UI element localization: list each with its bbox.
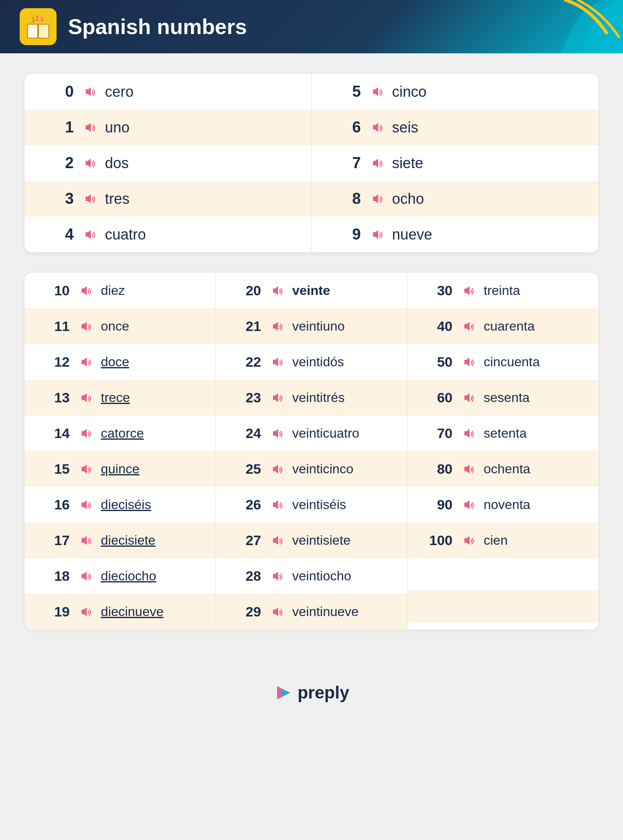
word-cell: diecisiete: [101, 533, 155, 548]
table-row: 22 veintidós: [216, 344, 407, 380]
sound-icon[interactable]: [369, 83, 384, 100]
number-cell: 24: [232, 425, 261, 441]
number-cell: 12: [41, 354, 70, 370]
sound-icon[interactable]: [82, 83, 97, 100]
sound-icon[interactable]: [461, 496, 475, 514]
sound-icon[interactable]: [78, 425, 93, 442]
number-cell: 26: [232, 497, 261, 513]
sound-icon[interactable]: [269, 567, 284, 585]
word-cell: catorce: [101, 426, 144, 441]
sound-icon[interactable]: [461, 317, 475, 335]
sound-icon[interactable]: [269, 317, 284, 335]
word-cell: dieciocho: [101, 568, 156, 584]
table-row: 28 veintiocho: [216, 558, 407, 594]
table-row: 25 veinticinco: [216, 451, 407, 487]
sound-icon[interactable]: [82, 190, 97, 208]
table-row: 29 veintinueve: [216, 594, 407, 630]
sound-icon[interactable]: [461, 425, 475, 442]
number-cell: 6: [328, 119, 361, 136]
sound-icon[interactable]: [369, 190, 384, 208]
number-cell: 50: [424, 354, 452, 370]
number-cell: 15: [41, 461, 70, 477]
sound-icon[interactable]: [78, 603, 93, 621]
svg-rect-2: [28, 25, 38, 38]
number-cell: 9: [328, 226, 361, 243]
number-cell: 5: [328, 83, 361, 100]
sound-icon[interactable]: [269, 389, 284, 406]
table-row: 16 dieciséis: [25, 487, 216, 523]
sound-icon[interactable]: [461, 282, 475, 299]
number-cell: 4: [41, 226, 74, 243]
sound-icon[interactable]: [369, 119, 384, 136]
sound-icon[interactable]: [269, 532, 284, 549]
sound-icon[interactable]: [78, 532, 93, 549]
number-cell: 22: [232, 354, 261, 370]
word-cell: veintinueve: [292, 604, 359, 619]
sound-icon[interactable]: [78, 460, 93, 478]
sound-icon[interactable]: [78, 496, 93, 514]
word-cell: uno: [105, 119, 130, 136]
word-cell: veinticinco: [292, 461, 353, 477]
sound-icon[interactable]: [461, 353, 475, 371]
logo-icon: 1 2 3: [24, 12, 52, 41]
main-content: 0 cero 1 uno 2 dos 3: [0, 53, 623, 671]
sound-icon[interactable]: [269, 425, 284, 442]
number-cell: 14: [41, 425, 70, 441]
table-row: 50 cincuenta: [407, 344, 598, 380]
sound-icon[interactable]: [78, 282, 93, 299]
sound-icon[interactable]: [269, 603, 284, 621]
sound-icon[interactable]: [78, 317, 93, 335]
sound-icon[interactable]: [78, 567, 93, 585]
number-cell: 40: [424, 318, 452, 334]
header: 1 2 3 Spanish numbers: [0, 0, 623, 53]
table-row: 23 veintitrés: [216, 380, 407, 415]
svg-text:3: 3: [40, 16, 43, 23]
number-cell: 13: [41, 390, 70, 406]
word-cell: veintiséis: [292, 497, 346, 512]
preply-icon: [274, 683, 293, 703]
number-cell: 20: [232, 283, 261, 299]
word-cell: veintidós: [292, 354, 344, 370]
word-cell: cinco: [392, 83, 427, 100]
sound-icon[interactable]: [269, 496, 284, 514]
table-row: 19 diecinueve: [25, 594, 216, 630]
sound-icon[interactable]: [461, 389, 475, 406]
col-10-19: 10 diez 11 once 12 doce 13: [25, 273, 216, 630]
word-cell: sesenta: [484, 390, 530, 405]
sound-icon[interactable]: [82, 226, 97, 243]
word-cell: dieciséis: [101, 497, 151, 512]
number-cell: 28: [232, 568, 261, 584]
sound-icon[interactable]: [269, 353, 284, 371]
sound-icon[interactable]: [78, 389, 93, 406]
table-row: 8 ocho: [312, 181, 599, 217]
sound-icon[interactable]: [82, 154, 97, 172]
number-cell: 10: [41, 283, 70, 299]
word-cell: nueve: [392, 226, 432, 243]
word-cell: ocho: [392, 190, 424, 208]
word-cell: doce: [101, 354, 129, 370]
word-cell: treinta: [484, 283, 520, 298]
word-cell: veintitrés: [292, 390, 345, 405]
sound-icon[interactable]: [369, 154, 384, 172]
word-cell: cien: [484, 533, 508, 548]
header-decoration: [500, 0, 623, 53]
sound-icon[interactable]: [82, 119, 97, 136]
number-cell: 21: [232, 318, 261, 334]
word-cell: cincuenta: [484, 354, 540, 370]
number-cell: 8: [328, 190, 361, 208]
sound-icon[interactable]: [78, 353, 93, 371]
sound-icon[interactable]: [461, 460, 475, 478]
table-row: 7 siete: [312, 145, 599, 181]
col-30-100: 30 treinta 40 cuarenta 50 cincuenta 60: [407, 273, 598, 630]
svg-rect-3: [39, 25, 48, 38]
sound-icon[interactable]: [269, 460, 284, 478]
word-cell: siete: [392, 155, 423, 172]
sound-icon[interactable]: [369, 226, 384, 243]
word-cell: trece: [101, 390, 130, 405]
sound-icon[interactable]: [269, 282, 284, 299]
number-cell: 23: [232, 390, 261, 406]
sound-icon[interactable]: [461, 532, 475, 549]
number-cell: 11: [41, 318, 70, 334]
table-row: 6 seis: [312, 110, 599, 145]
page-title: Spanish numbers: [68, 14, 247, 39]
